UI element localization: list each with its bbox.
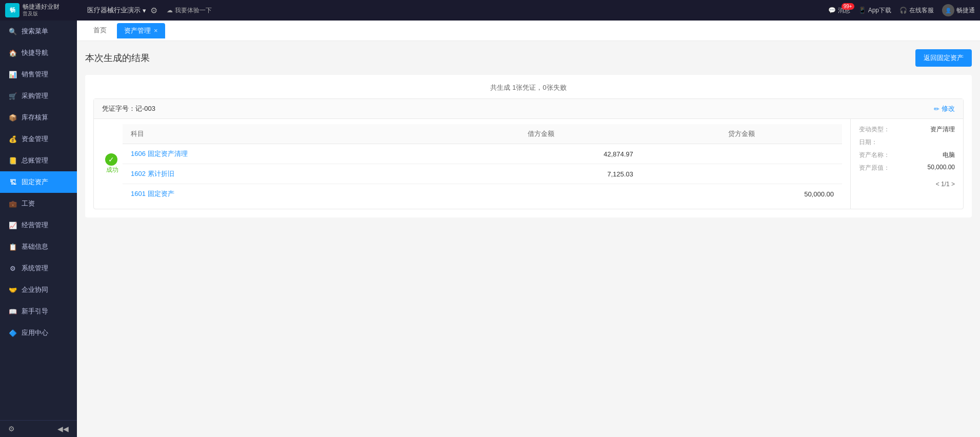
sidebar-item-label-sales: 销售管理 bbox=[22, 70, 48, 79]
sidebar-item-label-quicknav: 快捷导航 bbox=[22, 48, 48, 57]
sidebar-item-fund[interactable]: 💰 资金管理 bbox=[0, 128, 77, 150]
avatar: 👤 bbox=[942, 4, 954, 16]
change-type-label: 变动类型： bbox=[859, 125, 890, 134]
debit-cell: 42,874.97 bbox=[441, 144, 642, 164]
col-debit: 借方金额 bbox=[441, 124, 642, 144]
sidebar-item-search[interactable]: 🔍 搜索菜单 bbox=[0, 21, 77, 42]
dropdown-icon: ▾ bbox=[143, 7, 146, 14]
sidebar-item-label-fund: 资金管理 bbox=[22, 134, 48, 144]
subject-cell[interactable]: 1602 累计折旧 bbox=[123, 164, 441, 184]
app-download-button[interactable]: 📱 App下载 bbox=[858, 6, 891, 15]
credit-cell bbox=[642, 144, 842, 164]
pagination-text: < 1/1 > bbox=[936, 181, 955, 188]
sidebar-item-purchase[interactable]: 🛒 采购管理 bbox=[0, 85, 77, 107]
company-selector[interactable]: 医疗器械行业演示 ▾ bbox=[87, 6, 146, 15]
fixed-icon: 🏗 bbox=[8, 177, 17, 187]
sidebar-item-inventory[interactable]: 📦 库存核算 bbox=[0, 107, 77, 128]
subject-cell[interactable]: 1606 固定资产清理 bbox=[123, 144, 441, 164]
sidebar-item-label-purchase: 采购管理 bbox=[22, 91, 48, 101]
sidebar-item-quicknav[interactable]: 🏠 快捷导航 bbox=[0, 42, 77, 64]
table-row: 1601 固定资产 50,000.00 bbox=[123, 184, 842, 204]
sidebar-item-label-inventory: 库存核算 bbox=[22, 113, 48, 122]
tab-asset-management[interactable]: 资产管理 × bbox=[117, 23, 165, 38]
asset-name-value: 电脑 bbox=[943, 151, 955, 160]
sidebar: 🔍 搜索菜单 🏠 快捷导航 📊 销售管理 🛒 采购管理 📦 库存核算 💰 资金管… bbox=[0, 21, 77, 437]
back-button[interactable]: 返回固定资产 bbox=[915, 49, 972, 67]
date-row: 日期： bbox=[859, 138, 955, 147]
message-icon: 💬 bbox=[828, 7, 836, 14]
sidebar-item-fixed[interactable]: 🏗 固定资产 bbox=[0, 171, 77, 193]
topbar: 畅 畅捷通好业财 普及版 医疗器械行业演示 ▾ ⚙ ☁ 我要体验一下 💬 消息 … bbox=[0, 0, 980, 21]
tab-home[interactable]: 首页 bbox=[85, 21, 115, 41]
main-layout: 🔍 搜索菜单 🏠 快捷导航 📊 销售管理 🛒 采购管理 📦 库存核算 💰 资金管… bbox=[0, 21, 980, 437]
page-content: 本次生成的结果 返回固定资产 共生成 1张凭证，0张失败 凭证字号：记-003 … bbox=[77, 41, 980, 437]
col-subject: 科目 bbox=[123, 124, 441, 144]
content-area: 首页 资产管理 × 本次生成的结果 返回固定资产 共生成 1张凭证，0张失败 bbox=[77, 21, 980, 437]
system-icon: ⚙ bbox=[8, 264, 17, 273]
edit-label: 修改 bbox=[942, 104, 955, 113]
message-badge: 99+ bbox=[842, 3, 854, 10]
voucher-table: 科目 借方金额 贷方金额 1606 固定资产清理 42,874.97 1602 … bbox=[123, 124, 842, 204]
enterprise-icon: 🤝 bbox=[8, 285, 17, 294]
user-menu[interactable]: 👤 畅捷通 bbox=[942, 4, 975, 16]
sidebar-item-label-payroll: 工资 bbox=[22, 199, 35, 208]
sidebar-item-ledger[interactable]: 📒 总账管理 bbox=[0, 150, 77, 171]
sidebar-item-label-fixed: 固定资产 bbox=[22, 177, 48, 187]
topbar-right: 💬 消息 99+ 📱 App下载 🎧 在线客服 👤 畅捷通 bbox=[828, 4, 975, 16]
sidebar-item-label-guide: 新手引导 bbox=[22, 307, 48, 316]
date-label: 日期： bbox=[859, 138, 877, 147]
topbar-center: 医疗器械行业演示 ▾ ⚙ ☁ 我要体验一下 bbox=[82, 6, 828, 15]
settings-footer-icon[interactable]: ⚙ bbox=[8, 425, 15, 433]
collapse-icon[interactable]: ◀◀ bbox=[57, 425, 69, 433]
sidebar-item-label-enterprise: 企业协同 bbox=[22, 285, 48, 294]
service-button[interactable]: 🎧 在线客服 bbox=[899, 6, 934, 15]
table-row: 1606 固定资产清理 42,874.97 bbox=[123, 144, 842, 164]
change-type-value: 资产清理 bbox=[930, 125, 955, 134]
sidebar-item-apps[interactable]: 🔷 应用中心 bbox=[0, 322, 77, 344]
success-label: 成功 bbox=[106, 166, 118, 174]
success-icon: ✓ bbox=[105, 153, 117, 166]
tab-active-label: 资产管理 bbox=[124, 26, 151, 35]
basic-icon: 📋 bbox=[8, 242, 17, 251]
subject-cell[interactable]: 1601 固定资产 bbox=[123, 184, 441, 204]
result-summary: 共生成 1张凭证，0张失败 bbox=[93, 83, 964, 92]
credit-cell bbox=[642, 164, 842, 184]
sidebar-item-label-search: 搜索菜单 bbox=[22, 27, 48, 36]
sidebar-item-label-basic: 基础信息 bbox=[22, 242, 48, 251]
debit-cell: 7,125.03 bbox=[441, 164, 642, 184]
asset-name-row: 资产名称： 电脑 bbox=[859, 151, 955, 160]
sidebar-item-payroll[interactable]: 💼 工资 bbox=[0, 193, 77, 214]
sidebar-item-enterprise[interactable]: 🤝 企业协同 bbox=[0, 279, 77, 301]
sidebar-item-guide[interactable]: 📖 新手引导 bbox=[0, 301, 77, 322]
voucher-number: 凭证字号：记-003 bbox=[102, 104, 155, 113]
message-button[interactable]: 💬 消息 99+ bbox=[828, 6, 850, 15]
col-credit: 贷方金额 bbox=[642, 124, 842, 144]
try-button[interactable]: ☁ 我要体验一下 bbox=[167, 6, 212, 15]
logo-text: 畅捷通好业财 bbox=[23, 3, 59, 10]
original-value-row: 资产原值： 50,000.00 bbox=[859, 164, 955, 172]
sidebar-item-operations[interactable]: 📈 经营管理 bbox=[0, 214, 77, 236]
tab-close-button[interactable]: × bbox=[154, 27, 158, 34]
settings-icon[interactable]: ⚙ bbox=[150, 6, 157, 15]
sidebar-item-label-operations: 经营管理 bbox=[22, 221, 48, 230]
quicknav-icon: 🏠 bbox=[8, 48, 17, 57]
operations-icon: 📈 bbox=[8, 221, 17, 230]
sidebar-item-system[interactable]: ⚙ 系统管理 bbox=[0, 257, 77, 279]
sales-icon: 📊 bbox=[8, 70, 17, 79]
edit-button[interactable]: ✏ 修改 bbox=[934, 104, 955, 113]
voucher-right: 变动类型： 资产清理 日期： 资产名称： 电脑 bbox=[850, 119, 963, 209]
credit-cell: 50,000.00 bbox=[642, 184, 842, 204]
sidebar-item-basic[interactable]: 📋 基础信息 bbox=[0, 236, 77, 257]
username: 畅捷通 bbox=[956, 6, 975, 15]
service-label: 在线客服 bbox=[909, 6, 934, 15]
payroll-icon: 💼 bbox=[8, 199, 17, 208]
change-type-row: 变动类型： 资产清理 bbox=[859, 125, 955, 134]
sidebar-item-label-ledger: 总账管理 bbox=[22, 156, 48, 165]
table-row: 1602 累计折旧 7,125.03 bbox=[123, 164, 842, 184]
pagination[interactable]: < 1/1 > bbox=[859, 176, 955, 188]
voucher-header: 凭证字号：记-003 ✏ 修改 bbox=[94, 99, 963, 119]
voucher-left: ✓ 成功 科目 借方金额 贷方金额 bbox=[94, 119, 850, 209]
original-value-label: 资产原值： bbox=[859, 164, 890, 172]
tabbar: 首页 资产管理 × bbox=[77, 21, 980, 41]
sidebar-item-sales[interactable]: 📊 销售管理 bbox=[0, 64, 77, 85]
